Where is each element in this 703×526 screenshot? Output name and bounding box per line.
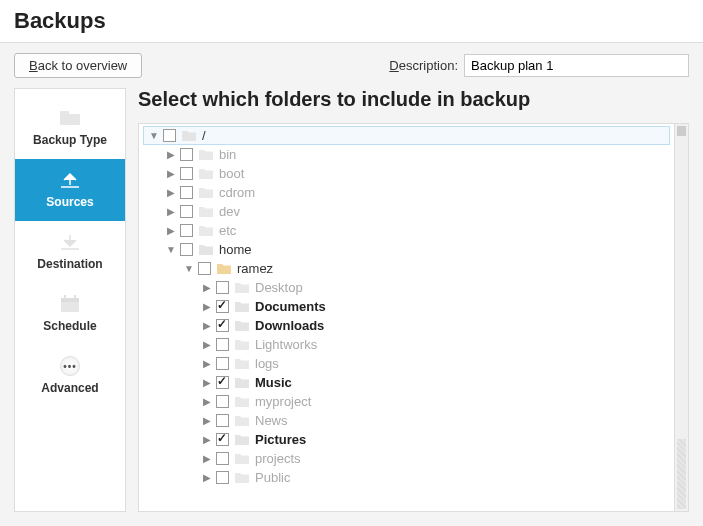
- tree-node-label: Public: [255, 468, 290, 487]
- include-checkbox[interactable]: [216, 300, 229, 313]
- download-icon: [57, 231, 83, 253]
- folder-icon: [234, 300, 250, 313]
- chevron-right-icon[interactable]: ▶: [201, 339, 213, 351]
- sidebar-item-label: Schedule: [43, 319, 96, 333]
- tree-row[interactable]: ▶Documents: [143, 297, 674, 316]
- tree-row[interactable]: ▶projects: [143, 449, 674, 468]
- folder-icon: [234, 452, 250, 465]
- tree-row[interactable]: ▶logs: [143, 354, 674, 373]
- description-input[interactable]: [464, 54, 689, 77]
- tree-row[interactable]: ▼ramez: [143, 259, 674, 278]
- page-title: Backups: [14, 8, 689, 34]
- chevron-right-icon[interactable]: ▶: [165, 168, 177, 180]
- chevron-down-icon[interactable]: ▼: [165, 244, 177, 256]
- sidebar: Backup Type Sources Destination Schedule…: [14, 88, 126, 512]
- folder-icon: [234, 376, 250, 389]
- chevron-right-icon[interactable]: ▶: [201, 453, 213, 465]
- include-checkbox[interactable]: [216, 281, 229, 294]
- include-checkbox[interactable]: [216, 338, 229, 351]
- tree-row[interactable]: ▶cdrom: [143, 183, 674, 202]
- include-checkbox[interactable]: [216, 471, 229, 484]
- tree-row[interactable]: ▶Lightworks: [143, 335, 674, 354]
- chevron-down-icon[interactable]: ▼: [183, 263, 195, 275]
- tree-row[interactable]: ▶Public: [143, 468, 674, 487]
- tree-node-label: Desktop: [255, 278, 303, 297]
- svg-rect-4: [64, 295, 66, 300]
- include-checkbox[interactable]: [180, 224, 193, 237]
- tree-node-label: etc: [219, 221, 236, 240]
- folder-icon: [198, 186, 214, 199]
- toolbar: Back to overview Description:: [0, 43, 703, 88]
- sidebar-item-sources[interactable]: Sources: [15, 159, 125, 221]
- tree-row[interactable]: ▶Pictures: [143, 430, 674, 449]
- folder-icon: [234, 433, 250, 446]
- main-area: Backup Type Sources Destination Schedule…: [0, 88, 703, 522]
- chevron-right-icon[interactable]: ▶: [201, 320, 213, 332]
- include-checkbox[interactable]: [216, 376, 229, 389]
- tree-node-label: dev: [219, 202, 240, 221]
- include-checkbox[interactable]: [180, 186, 193, 199]
- include-checkbox[interactable]: [216, 414, 229, 427]
- folder-icon: [234, 281, 250, 294]
- tree-row[interactable]: ▶bin: [143, 145, 674, 164]
- chevron-right-icon[interactable]: ▶: [201, 434, 213, 446]
- include-checkbox[interactable]: [180, 148, 193, 161]
- tree-row[interactable]: ▶Desktop: [143, 278, 674, 297]
- folder-icon: [234, 338, 250, 351]
- tree-node-label: /: [202, 126, 206, 145]
- chevron-right-icon[interactable]: ▶: [201, 301, 213, 313]
- chevron-down-icon[interactable]: ▼: [148, 130, 160, 142]
- include-checkbox[interactable]: [180, 205, 193, 218]
- description-label: Description:: [389, 58, 458, 73]
- sidebar-item-label: Destination: [37, 257, 102, 271]
- sidebar-item-advanced[interactable]: ••• Advanced: [15, 345, 125, 407]
- include-checkbox[interactable]: [163, 129, 176, 142]
- folder-icon: [198, 167, 214, 180]
- tree-node-label: Lightworks: [255, 335, 317, 354]
- folder-icon: [234, 471, 250, 484]
- tree-row[interactable]: ▼/: [143, 126, 670, 145]
- include-checkbox[interactable]: [216, 395, 229, 408]
- tree-node-label: cdrom: [219, 183, 255, 202]
- tree-row[interactable]: ▼home: [143, 240, 674, 259]
- include-checkbox[interactable]: [180, 243, 193, 256]
- sidebar-item-backup-type[interactable]: Backup Type: [15, 97, 125, 159]
- tree-row[interactable]: ▶Downloads: [143, 316, 674, 335]
- folder-tree[interactable]: ▼/▶bin▶boot▶cdrom▶dev▶etc▼home▼ramez▶Des…: [139, 124, 674, 493]
- chevron-right-icon[interactable]: ▶: [201, 415, 213, 427]
- tree-row[interactable]: ▶etc: [143, 221, 674, 240]
- include-checkbox[interactable]: [180, 167, 193, 180]
- tree-row[interactable]: ▶News: [143, 411, 674, 430]
- scrollbar[interactable]: [674, 124, 688, 511]
- tree-row[interactable]: ▶dev: [143, 202, 674, 221]
- tree-node-label: Downloads: [255, 316, 324, 335]
- sidebar-item-destination[interactable]: Destination: [15, 221, 125, 283]
- chevron-right-icon[interactable]: ▶: [201, 396, 213, 408]
- chevron-right-icon[interactable]: ▶: [201, 282, 213, 294]
- chevron-right-icon[interactable]: ▶: [201, 358, 213, 370]
- calendar-icon: [57, 293, 83, 315]
- chevron-right-icon[interactable]: ▶: [165, 206, 177, 218]
- include-checkbox[interactable]: [216, 319, 229, 332]
- folder-icon: [181, 129, 197, 142]
- include-checkbox[interactable]: [216, 452, 229, 465]
- include-checkbox[interactable]: [216, 357, 229, 370]
- tree-row[interactable]: ▶Music: [143, 373, 674, 392]
- chevron-right-icon[interactable]: ▶: [201, 472, 213, 484]
- chevron-right-icon[interactable]: ▶: [165, 187, 177, 199]
- chevron-right-icon[interactable]: ▶: [165, 225, 177, 237]
- include-checkbox[interactable]: [198, 262, 211, 275]
- tree-node-label: ramez: [237, 259, 273, 278]
- tree-node-label: myproject: [255, 392, 311, 411]
- include-checkbox[interactable]: [216, 433, 229, 446]
- folder-icon: [198, 243, 214, 256]
- tree-row[interactable]: ▶boot: [143, 164, 674, 183]
- content-area: Select which folders to include in backu…: [126, 88, 689, 512]
- tree-node-label: home: [219, 240, 252, 259]
- chevron-right-icon[interactable]: ▶: [165, 149, 177, 161]
- tree-row[interactable]: ▶myproject: [143, 392, 674, 411]
- sidebar-item-schedule[interactable]: Schedule: [15, 283, 125, 345]
- back-to-overview-button[interactable]: Back to overview: [14, 53, 142, 78]
- sidebar-item-label: Advanced: [41, 381, 98, 395]
- chevron-right-icon[interactable]: ▶: [201, 377, 213, 389]
